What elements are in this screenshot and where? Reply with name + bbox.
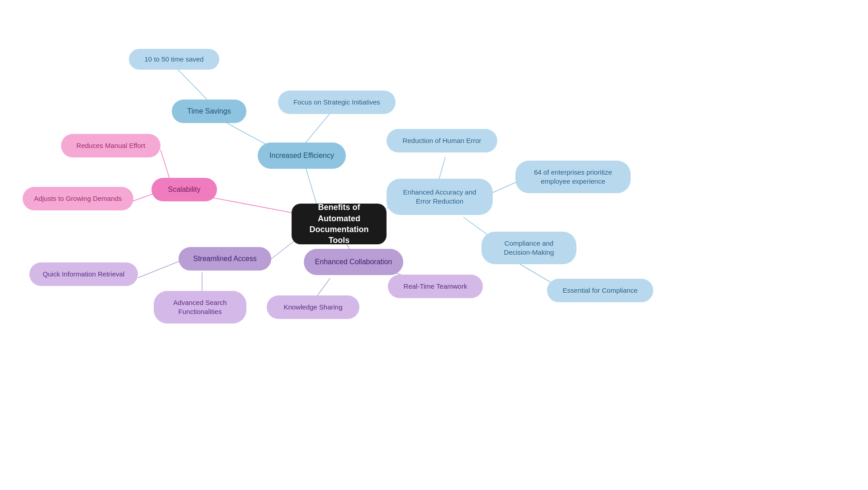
advanced-search-node: Advanced Search Functionalities: [154, 291, 246, 323]
reduction-human-node: Reduction of Human Error: [387, 129, 497, 152]
essential-compliance-node: Essential for Compliance: [547, 279, 653, 302]
sixty-four-node: 64 of enterprises prioritize employee ex…: [515, 161, 631, 193]
knowledge-sharing-node: Knowledge Sharing: [267, 295, 359, 319]
svg-line-10: [463, 217, 488, 235]
svg-line-9: [488, 181, 520, 195]
streamlined-access-node: Streamlined Access: [179, 247, 271, 271]
svg-line-13: [138, 261, 181, 278]
ten-to-fifty-node: 10 to 50 time saved: [129, 49, 219, 70]
center-node: Benefits of Automated Documentation Tool…: [292, 204, 387, 244]
svg-line-2: [173, 65, 209, 102]
focus-strategic-node: Focus on Strategic Initiatives: [278, 90, 396, 114]
enhanced-collab-node: Enhanced Collaboration: [304, 249, 403, 275]
adjusts-growing-node: Adjusts to Growing Demands: [23, 187, 133, 210]
mind-map: Benefits of Automated Documentation Tool…: [0, 0, 868, 490]
enhanced-accuracy-node: Enhanced Accuracy and Error Reduction: [387, 179, 493, 215]
quick-info-node: Quick Information Retrieval: [29, 262, 138, 286]
realtime-teamwork-node: Real-Time Teamwork: [388, 275, 483, 298]
compliance-node: Compliance and Decision-Making: [481, 232, 576, 264]
time-savings-node: Time Savings: [172, 100, 246, 123]
scalability-node: Scalability: [151, 178, 217, 201]
increased-efficiency-node: Increased Efficiency: [258, 143, 346, 169]
reduces-manual-node: Reduces Manual Effort: [61, 134, 160, 157]
